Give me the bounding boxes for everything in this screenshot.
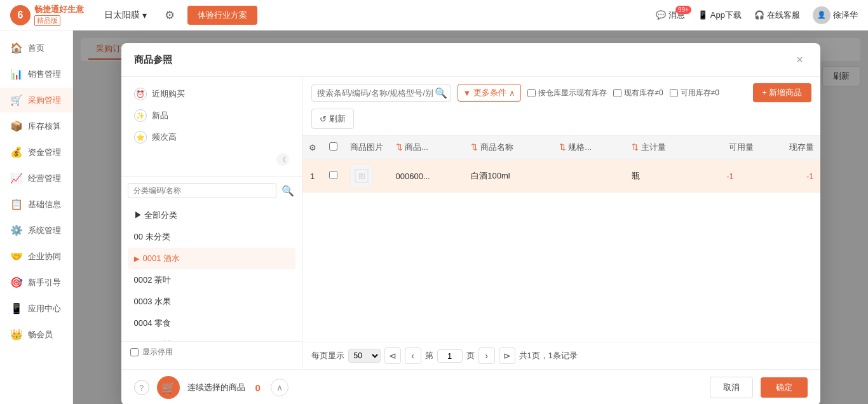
basic-icon: 📋 — [10, 198, 23, 210]
settings-icon[interactable]: ⚙ — [159, 5, 180, 25]
row-stock: -1 — [760, 159, 820, 193]
system-icon: ⚙️ — [10, 224, 23, 236]
category-0002[interactable]: 0002 茶叶 — [128, 269, 295, 291]
col-name[interactable]: ⇅ 商品名称 — [465, 136, 553, 159]
add-product-btn[interactable]: + 新增商品 — [753, 83, 811, 102]
inventory-icon: 📦 — [10, 120, 23, 132]
notification-badge: 99+ — [675, 6, 691, 14]
select-all-checkbox[interactable] — [329, 142, 337, 151]
sidebar-item-purchase[interactable]: 🛒 采购管理 — [0, 88, 72, 112]
sidebar-item-app[interactable]: 📱 应用中心 — [0, 296, 72, 321]
sort-icon3: ⇅ — [559, 142, 566, 152]
col-image[interactable]: 商品图片 — [344, 136, 390, 159]
nav-right: 💬 消息 99+ 📱 App下载 🎧 在线客服 👤 徐泽华 — [656, 6, 858, 24]
app-icon: 📱 — [698, 10, 708, 20]
col-settings[interactable]: ⚙ — [302, 136, 323, 159]
available-nonzero-checkbox[interactable] — [670, 89, 678, 97]
col-code[interactable]: ⇅ 商品... — [390, 136, 465, 159]
category-0001[interactable]: ▶ 0001 酒水 — [128, 248, 295, 269]
col-unit[interactable]: ⇅ 主计量 — [625, 136, 700, 159]
modal-close-btn[interactable]: × — [792, 52, 808, 67]
sidebar-item-newbie[interactable]: 🎯 新手引导 — [0, 270, 72, 295]
last-page-btn[interactable]: ⊳ — [499, 347, 515, 364]
continuous-label: 连续选择的商品 — [187, 382, 245, 393]
sidebar-item-home[interactable]: 🏠 首页 — [0, 36, 72, 60]
category-0005[interactable]: 0005 饮料 — [128, 334, 295, 341]
top-nav: 6 畅捷通好生意 精品版 日太阳膜 ▾ ⚙ 体验行业方案 💬 消息 99+ 📱 … — [0, 0, 868, 30]
table-header-row: ⚙ 商品图片 ⇅ 商品... — [302, 136, 820, 159]
sidebar-item-inventory[interactable]: 📦 库存核算 — [0, 114, 72, 138]
prev-page-btn[interactable]: ‹ — [405, 347, 421, 364]
right-refresh-btn[interactable]: ↺ 刷新 — [311, 109, 354, 129]
filter-bar: 🔍 ▼ 更多条件 ∧ 按仓库显示现有库存 — [302, 77, 820, 136]
product-thumbnail: 图 — [350, 165, 373, 187]
category-list: ▶ 全部分类 00 未分类 ▶ 0001 酒水 0002 茶叶 — [121, 202, 302, 341]
more-conditions-btn[interactable]: ▼ 更多条件 ∧ — [458, 84, 522, 102]
category-0003[interactable]: 0003 水果 — [128, 291, 295, 313]
member-icon: 👑 — [10, 328, 23, 340]
quick-frequent[interactable]: ⭐ 频次高 — [128, 126, 295, 148]
app-download-item[interactable]: 📱 App下载 — [698, 10, 742, 21]
sidebar-item-system[interactable]: ⚙️ 系统管理 — [0, 218, 72, 243]
finance-icon: 💰 — [10, 146, 23, 158]
category-search-btn[interactable]: 🔍 — [280, 183, 295, 198]
sidebar-item-basic[interactable]: 📋 基础信息 — [0, 192, 72, 217]
recent-icon: ⏰ — [134, 88, 147, 100]
category-search-input[interactable] — [128, 183, 276, 198]
product-search-icon[interactable]: 🔍 — [435, 87, 447, 99]
sidebar-item-enterprise[interactable]: 🤝 企业协同 — [0, 244, 72, 269]
table-row[interactable]: 1 图 — [302, 159, 820, 193]
sidebar-item-member[interactable]: 👑 畅会员 — [0, 322, 72, 347]
user-item[interactable]: 👤 徐泽华 — [813, 6, 858, 24]
row-image: 图 — [344, 159, 390, 193]
modal-body: ⏰ 近期购买 ✨ 新品 ⭐ 频次高 — [121, 77, 820, 369]
row-checkbox[interactable] — [323, 159, 344, 193]
available-nonzero-filter[interactable]: 可用库存≠0 — [670, 88, 719, 98]
footer-collapse-btn[interactable]: ∧ — [271, 379, 288, 396]
sidebar-item-sales[interactable]: 📊 销售管理 — [0, 62, 72, 86]
operations-icon: 📈 — [10, 172, 23, 184]
stock-nonzero-filter[interactable]: 现有库存≠0 — [613, 88, 663, 98]
confirm-btn[interactable]: 确定 — [761, 377, 808, 398]
cart-btn[interactable]: 🛒 — [157, 376, 180, 399]
stock-nonzero-checkbox[interactable] — [613, 89, 621, 97]
filter-icon: ▼ — [463, 88, 471, 98]
row-spec — [553, 159, 625, 193]
notification-icon: 💬 — [656, 10, 666, 20]
category-0004[interactable]: 0004 零食 — [128, 313, 295, 334]
next-page-btn[interactable]: › — [478, 347, 495, 364]
experience-btn[interactable]: 体验行业方案 — [187, 6, 257, 25]
first-page-btn[interactable]: ⊲ — [384, 347, 401, 364]
per-page-label: 每页显示 — [311, 350, 344, 361]
chevron-up-icon: ∧ — [509, 88, 515, 98]
per-page-select[interactable]: 50 100 — [348, 349, 381, 363]
show-disabled-checkbox[interactable] — [130, 348, 139, 356]
by-warehouse-filter[interactable]: 按仓库显示现有库存 — [527, 88, 607, 98]
notification-item[interactable]: 💬 消息 99+ — [656, 10, 685, 21]
cancel-btn[interactable]: 取消 — [710, 377, 753, 398]
help-icon[interactable]: ? — [134, 380, 149, 395]
refresh-icon: ↺ — [320, 114, 327, 124]
category-00[interactable]: 00 未分类 — [128, 226, 295, 248]
quick-recent[interactable]: ⏰ 近期购买 — [128, 83, 295, 105]
col-available[interactable]: 可用量 — [700, 136, 760, 159]
col-spec[interactable]: ⇅ 规格... — [553, 136, 625, 159]
purchase-icon: 🛒 — [10, 94, 23, 106]
page-unit: 页 — [466, 350, 475, 361]
category-all[interactable]: ▶ 全部分类 — [128, 205, 295, 226]
product-search-input[interactable] — [311, 84, 451, 102]
col-stock[interactable]: 现存量 — [760, 136, 820, 159]
show-disabled-label: 显示停用 — [142, 347, 173, 358]
sidebar-item-finance[interactable]: 💰 资金管理 — [0, 140, 72, 165]
online-service-item[interactable]: 🎧 在线客服 — [754, 10, 800, 21]
left-collapse-btn[interactable]: 《 — [276, 153, 289, 166]
by-warehouse-checkbox[interactable] — [527, 89, 536, 97]
nav-dropdown[interactable]: 日太阳膜 ▾ — [99, 7, 152, 24]
sort-icon2: ⇅ — [471, 142, 478, 152]
page-number-input[interactable] — [437, 349, 463, 363]
product-table: ⚙ 商品图片 ⇅ 商品... — [302, 136, 820, 193]
quick-new[interactable]: ✨ 新品 — [128, 105, 295, 126]
col-checkbox[interactable] — [323, 136, 344, 159]
sidebar-item-operations[interactable]: 📈 经营管理 — [0, 166, 72, 191]
enterprise-icon: 🤝 — [10, 250, 23, 262]
